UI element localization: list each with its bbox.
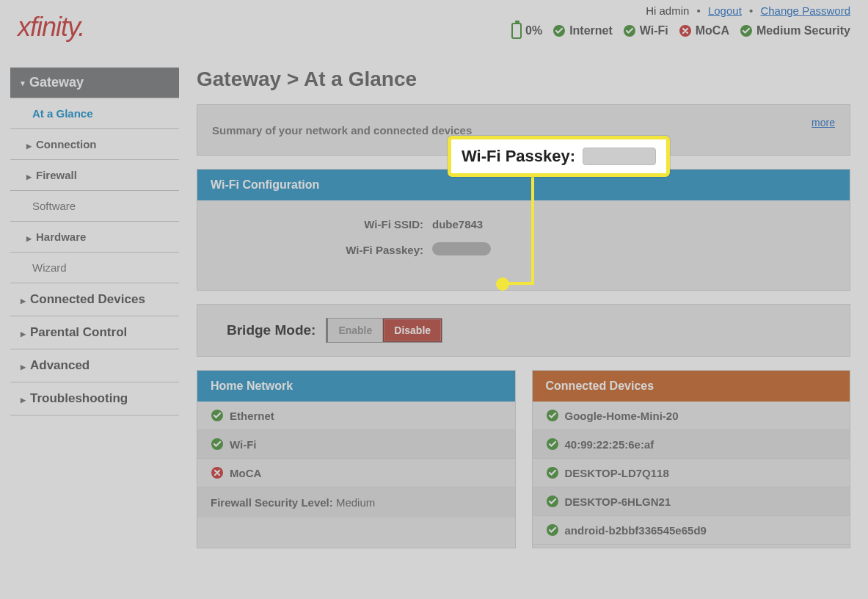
top-links: Hi admin • Logout • Change Password — [511, 4, 850, 17]
chevron-right-icon: ▶ — [21, 330, 26, 338]
wifi-status: Wi-Fi — [623, 24, 668, 37]
sidebar-item-software[interactable]: Software — [10, 191, 179, 222]
chevron-right-icon: ▶ — [21, 297, 26, 305]
chevron-right-icon: ▶ — [26, 173, 32, 181]
list-item: android-b2bbf336545e65d9 — [533, 516, 850, 545]
wifi-passkey-label: Wi-Fi Passkey: — [227, 244, 432, 256]
check-ok-icon — [546, 409, 559, 422]
check-ok-icon — [552, 24, 566, 37]
chevron-right-icon: ▶ — [21, 363, 26, 371]
check-ok-icon — [546, 523, 559, 537]
wifi-ssid-value: dube7843 — [432, 218, 483, 230]
bridge-disable-button[interactable]: Disable — [383, 319, 442, 342]
list-item: Google-Home-Mini-20 — [533, 402, 850, 430]
callout-label: Wi-Fi Passkey: — [462, 147, 575, 166]
list-item: 40:99:22:25:6e:af — [533, 430, 850, 459]
check-ok-icon — [740, 24, 753, 37]
home-network-header: Home Network — [197, 371, 515, 402]
breadcrumb: Gateway > At a Glance — [197, 68, 850, 91]
moca-status: MoCA — [679, 24, 729, 37]
list-item: Ethernet — [197, 402, 515, 430]
sidebar: ▼Gateway At a Glance ▶Connection ▶Firewa… — [10, 68, 179, 548]
check-ok-icon — [546, 495, 559, 508]
sidebar-item-parental-control[interactable]: ▶Parental Control — [10, 316, 179, 349]
battery-status: 0% — [511, 23, 542, 39]
sidebar-item-firewall[interactable]: ▶Firewall — [10, 160, 179, 191]
change-password-link[interactable]: Change Password — [760, 4, 850, 17]
wifi-ssid-label: Wi-Fi SSID: — [227, 218, 432, 230]
chevron-right-icon: ▶ — [21, 396, 26, 404]
chevron-down-icon: ▼ — [19, 79, 26, 87]
greeting-text: Hi admin — [646, 4, 689, 17]
summary-text: Summary of your network and connected de… — [212, 124, 472, 137]
chevron-right-icon: ▶ — [26, 142, 32, 150]
more-link[interactable]: more — [812, 117, 835, 128]
battery-icon — [511, 23, 522, 39]
sidebar-head-gateway[interactable]: ▼Gateway — [10, 68, 179, 98]
separator: • — [749, 4, 753, 17]
list-item: Wi-Fi — [197, 430, 515, 459]
callout-passkey-redacted — [583, 148, 656, 165]
sidebar-item-troubleshooting[interactable]: ▶Troubleshooting — [10, 382, 179, 415]
check-ok-icon — [211, 438, 224, 451]
bridge-mode-panel: Bridge Mode: Enable Disable — [197, 304, 850, 357]
firewall-level: Firewall Security Level: Medium — [197, 487, 515, 518]
home-network-panel: Home Network Ethernet Wi-Fi MoCA Firewal… — [197, 370, 516, 548]
wifi-passkey-redacted — [432, 242, 491, 255]
connected-devices-panel: Connected Devices Google-Home-Mini-20 40… — [532, 370, 851, 548]
sidebar-item-connection[interactable]: ▶Connection — [10, 129, 179, 160]
sidebar-item-connected-devices[interactable]: ▶Connected Devices — [10, 283, 179, 316]
bridge-mode-label: Bridge Mode: — [227, 322, 316, 338]
logout-link[interactable]: Logout — [708, 4, 742, 17]
chevron-right-icon: ▶ — [26, 235, 32, 242]
list-item: MoCA — [197, 459, 515, 487]
internet-status: Internet — [552, 24, 613, 37]
bridge-enable-button[interactable]: Enable — [328, 319, 383, 342]
wifi-config-panel: Wi-Fi Configuration Wi-Fi SSID: dube7843… — [197, 169, 850, 291]
sidebar-item-hardware[interactable]: ▶Hardware — [10, 222, 179, 253]
check-ok-icon — [623, 24, 636, 37]
list-item: DESKTOP-6HLGN21 — [533, 487, 850, 516]
check-ok-icon — [546, 466, 559, 479]
check-ok-icon — [546, 438, 559, 451]
logo: xfinity — [18, 12, 84, 50]
sidebar-item-wizard[interactable]: Wizard — [10, 253, 179, 283]
sidebar-item-at-a-glance[interactable]: At a Glance — [10, 98, 179, 129]
callout-dot — [496, 277, 509, 291]
security-status: Medium Security — [740, 24, 850, 37]
bridge-toggle: Enable Disable — [326, 318, 442, 343]
wifi-passkey-callout: Wi-Fi Passkey: — [448, 136, 670, 177]
callout-line — [531, 170, 534, 285]
check-ok-icon — [211, 409, 224, 422]
check-err-icon — [211, 466, 224, 479]
callout-line — [506, 282, 534, 285]
separator: • — [696, 4, 700, 17]
sidebar-item-advanced[interactable]: ▶Advanced — [10, 349, 179, 382]
list-item: DESKTOP-LD7Q118 — [533, 459, 850, 487]
check-err-icon — [679, 24, 692, 37]
connected-devices-header: Connected Devices — [533, 371, 850, 402]
